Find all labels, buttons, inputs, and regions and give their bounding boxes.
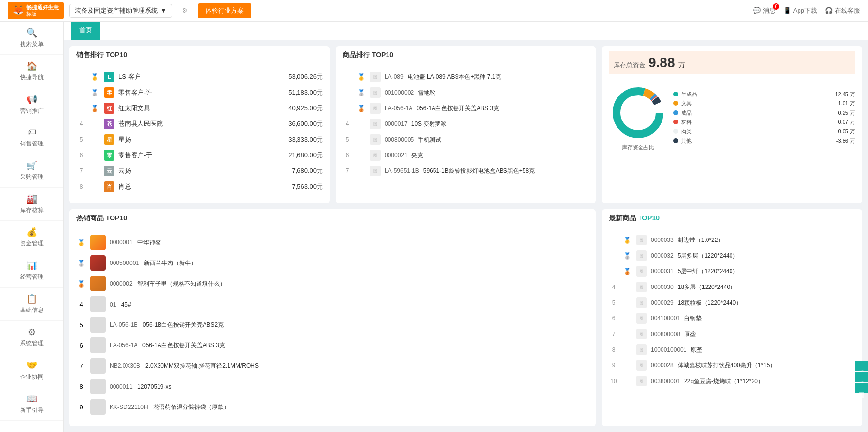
customer-service-button[interactable]: 客服热线 — [855, 361, 868, 371]
product-code: 01 — [110, 301, 119, 308]
product-name: 新西兰牛肉（新牛） — [144, 260, 197, 266]
legend-item: 材料 0.07 万 — [673, 119, 855, 126]
inventory-label: 库存总资金 — [614, 61, 645, 70]
app-download-link[interactable]: 📱 App下载 — [783, 6, 817, 15]
list-item: 7 图 000800008 原垄 — [602, 326, 862, 342]
list-item: 9 KK-SD22110H 花语萌佰温分髋裤袋（厚款） — [69, 397, 596, 417]
product-thumbnail: 图 — [636, 266, 647, 277]
sidebar-item-basic[interactable]: 📋 基础信息 — [0, 288, 63, 321]
product-name: 45# — [121, 301, 131, 308]
list-item: 🥇 L LS 客户 53,006.26元 — [69, 69, 330, 85]
product-info: 01 45# — [110, 301, 589, 308]
product-image — [90, 358, 106, 374]
customer-amount: 7,680.00元 — [292, 167, 323, 175]
product-thumbnail: 图 — [636, 313, 647, 324]
customer-name: 红太阳文具 — [118, 104, 284, 113]
list-item: 8 肖 肖总 7,563.00元 — [69, 179, 330, 194]
customer-avatar: 肖 — [104, 181, 114, 192]
sidebar-item-guide[interactable]: 📖 新手引导 — [0, 387, 63, 421]
search-icon: 🔍 — [26, 27, 37, 38]
sidebar-item-marketing[interactable]: 📢 营销推广 — [0, 88, 63, 121]
product-code: 0000030 — [651, 284, 674, 290]
phone-icon: 📱 — [783, 7, 791, 14]
trial-button[interactable]: 体验行业方案 — [198, 3, 251, 18]
product-code: 0000021 — [385, 152, 408, 159]
rank-indicator: 9 — [76, 404, 86, 411]
company-icon: 🤝 — [26, 360, 37, 371]
legend-value: 0.25 万 — [838, 109, 855, 117]
customer-avatar: 云 — [104, 166, 114, 176]
product-thumbnail: 图 — [636, 282, 647, 292]
system-selector[interactable]: 装备及固定资产辅助管理系统 ▼ — [69, 4, 172, 18]
settings-icon[interactable]: ⚙ — [178, 4, 192, 18]
inventory-unit: 万 — [678, 61, 685, 70]
product-name: 雪地靴 — [418, 89, 589, 97]
product-code: 000800005 — [385, 136, 414, 143]
rank-indicator: 🥉 — [76, 280, 86, 288]
product-name: 原垄 — [684, 330, 855, 338]
sidebar-item-sales[interactable]: 🏷 销售管理 — [0, 121, 63, 154]
list-item: 6 零 零售客户-于 21,680.00元 — [69, 147, 330, 163]
legend-dot — [673, 129, 678, 134]
community-button[interactable]: 服务社区 — [855, 372, 868, 382]
product-code: 0000017 — [385, 120, 408, 127]
rank-num: 9 — [609, 362, 618, 369]
nav-tab-bar: 首页 — [64, 22, 868, 40]
rank-num: 7 — [343, 168, 352, 174]
sidebar-item-company[interactable]: 🤝 企业协同 — [0, 354, 63, 387]
newest-products-panel: 最新商品 TOP10 🥇 图 0000033 封边带（1.0*22） 🥈 图 0… — [602, 209, 862, 426]
guide-icon: 📖 — [26, 393, 37, 404]
product-name: 18多层（1220*2440） — [678, 283, 855, 291]
product-thumbnail: 图 — [636, 250, 647, 261]
product-code: 0000001 — [110, 239, 136, 246]
rank-num: 6 — [609, 315, 618, 322]
customer-name: 苍南县人民医院 — [118, 120, 284, 128]
legend-name: 文具 — [681, 100, 835, 107]
customer-amount: 40,925.00元 — [288, 104, 323, 113]
content-area: 首页 销售排行 TOP10 🥇 L LS 客户 53,006.26元 🥈 零 零… — [64, 22, 868, 432]
dashboard: 销售排行 TOP10 🥇 L LS 客户 53,006.26元 🥈 零 零售客户… — [64, 40, 868, 432]
product-info: LA-056-1B 056-1B白色按键开关壳ABS2克 — [110, 321, 589, 329]
product-code: 0000002 — [110, 280, 136, 287]
product-name: 056-1B白色按键开关壳ABS2克 — [143, 321, 224, 328]
list-item: 4 图 0000030 18多层（1220*2440） — [602, 279, 862, 295]
legend-value: -0.05 万 — [836, 128, 855, 135]
product-name: 5层多层（1220*2440） — [678, 252, 855, 260]
top-sale-products-title: 商品排行 TOP10 — [336, 46, 596, 65]
feedback-button[interactable]: 直面 — [855, 383, 868, 393]
product-code: 0000031 — [651, 268, 674, 275]
customer-amount: 51,183.00元 — [288, 88, 323, 97]
list-item: 8 图 10000100001 原垄 — [602, 342, 862, 358]
legend-value: 12.45 万 — [835, 91, 855, 98]
product-image — [90, 276, 106, 291]
product-code: LA-056-1A — [110, 342, 140, 349]
hot-product-list: 🥇 0000001 中华神鳌 🥈 000500001 新西兰牛肉（新牛） 🥉 0… — [69, 228, 596, 421]
list-item: 🥈 图 0000032 5层多层（1220*2440） — [602, 248, 862, 264]
list-item: 🥇 0000001 中华神鳌 — [69, 232, 596, 253]
online-service-link[interactable]: 🎧 在线客服 — [825, 6, 860, 15]
customer-name: LS 客户 — [118, 72, 284, 81]
rank-medal: 🥉 — [622, 268, 632, 275]
sidebar-item-inventory[interactable]: 🏭 库存核算 — [0, 188, 63, 221]
sidebar-item-system[interactable]: ⚙ 系统管理 — [0, 321, 63, 354]
inventory-legend: 半成品 12.45 万 文具 1.01 万 成品 0.25 万 材料 0.07 … — [673, 91, 855, 144]
product-thumbnail: 图 — [636, 235, 647, 245]
legend-item: 成品 0.25 万 — [673, 109, 855, 117]
sidebar-item-purchase[interactable]: 🛒 采购管理 — [0, 154, 63, 188]
sidebar-item-quick-nav[interactable]: 🏠 快捷导航 — [0, 55, 63, 88]
sidebar-item-operations[interactable]: 📊 经营管理 — [0, 254, 63, 288]
rank-num: 10 — [609, 378, 618, 384]
tab-home[interactable]: 首页 — [71, 22, 100, 40]
message-badge[interactable]: 💬 消息 6 — [753, 6, 776, 15]
sidebar-item-finance[interactable]: 💰 资金管理 — [0, 221, 63, 254]
list-item: 🥈 图 001000002 雪地靴 — [336, 85, 596, 100]
customer-avatar: 苍 — [104, 119, 114, 129]
product-code: LA-089 — [385, 73, 404, 80]
product-thumbnail: 图 — [370, 87, 381, 98]
product-info: 000500001 新西兰牛肉（新牛） — [110, 259, 589, 267]
legend-dot — [673, 110, 678, 115]
rank-indicator: 4 — [76, 301, 86, 308]
rank-medal: 🥇 — [90, 73, 100, 81]
list-item: 5 图 0000029 18颗粒板（1220*2440） — [602, 295, 862, 311]
sidebar-item-search[interactable]: 🔍 搜索菜单 — [0, 22, 63, 55]
